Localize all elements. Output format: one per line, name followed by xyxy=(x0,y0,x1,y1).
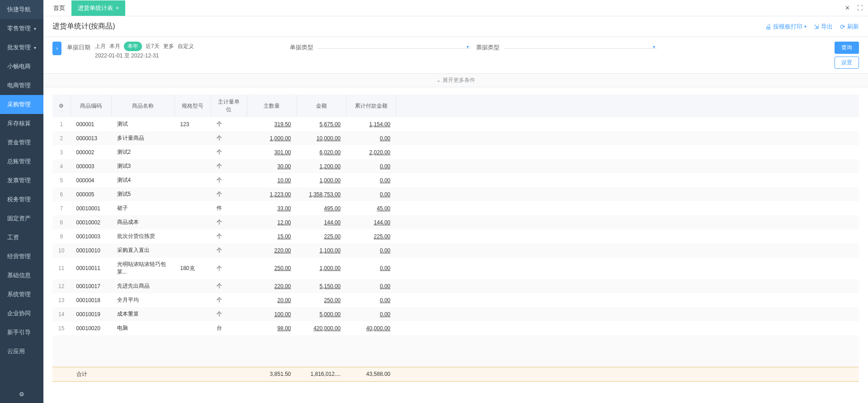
table-row[interactable]: 3000002测试2个301.006,020.002,020.00 xyxy=(52,145,859,159)
sidebar-item-16[interactable]: 企业协同 xyxy=(0,304,43,323)
sidebar-item-12[interactable]: 工资 xyxy=(0,228,43,247)
date-shortcut-2[interactable]: 本年 xyxy=(124,42,142,51)
table-row[interactable]: 4000003测试3个30.001,200.000.00 xyxy=(52,159,859,173)
col-header-qty[interactable]: 主数量 xyxy=(247,95,297,117)
date-shortcut-0[interactable]: 上月 xyxy=(95,43,106,50)
refresh-button[interactable]: ⟳ 刷新 xyxy=(840,23,859,31)
cell-qty[interactable]: 100.00 xyxy=(247,307,297,321)
cell-paid[interactable]: 0.00 xyxy=(346,173,396,187)
cell-amt[interactable]: 1,000.00 xyxy=(297,173,346,187)
table-row[interactable]: 6000005测试5个1,223.001,358,753.000.00 xyxy=(52,187,859,201)
cell-amt[interactable]: 495.00 xyxy=(297,201,346,215)
cell-amt[interactable]: 1,358,753.00 xyxy=(297,187,346,201)
sidebar-item-8[interactable]: 总账管理 xyxy=(0,152,43,171)
sidebar-item-18[interactable]: 云应用 xyxy=(0,342,43,361)
cell-paid[interactable]: 0.00 xyxy=(346,257,396,279)
cell-qty[interactable]: 319.50 xyxy=(247,117,297,131)
cell-amt[interactable]: 10,000.00 xyxy=(297,131,346,145)
bill-type-select[interactable]: ▾ xyxy=(504,45,657,49)
table-row[interactable]: 1500010020电脑台98.00420,000.0040,000.00 xyxy=(52,321,859,335)
sidebar-item-0[interactable]: 快捷导航 xyxy=(0,0,43,19)
export-button[interactable]: ⇲ 导出 xyxy=(814,23,833,31)
cell-paid[interactable]: 144.00 xyxy=(346,215,396,229)
cell-qty[interactable]: 220.00 xyxy=(247,279,297,293)
cell-paid[interactable]: 40,000.00 xyxy=(346,321,396,335)
date-shortcut-1[interactable]: 本月 xyxy=(109,43,120,50)
table-row[interactable]: 5000004测试4个10.001,000.000.00 xyxy=(52,173,859,187)
sidebar-item-14[interactable]: 基础信息 xyxy=(0,266,43,285)
table-row[interactable]: 800010002商品成本个12.00144.00144.00 xyxy=(52,215,859,229)
table-settings-button[interactable]: ⚙ xyxy=(52,95,71,117)
cell-qty[interactable]: 220.00 xyxy=(247,243,297,257)
date-shortcut-5[interactable]: 自定义 xyxy=(178,43,194,50)
table-row[interactable]: 1000010010采购直入直出个220.001,100.000.00 xyxy=(52,243,859,257)
expand-filters-button[interactable]: ⌄ 展开更多条件 xyxy=(43,74,868,87)
query-button[interactable]: 查询 xyxy=(835,42,859,54)
sidebar-item-17[interactable]: 新手引导 xyxy=(0,323,43,342)
cell-amt[interactable]: 1,200.00 xyxy=(297,159,346,173)
sidebar-item-4[interactable]: 电商管理 xyxy=(0,76,43,95)
cell-amt[interactable]: 1,100.00 xyxy=(297,243,346,257)
cell-amt[interactable]: 5,675.00 xyxy=(297,117,346,131)
table-row[interactable]: 1300010018全月平均个20.00250.000.00 xyxy=(52,293,859,307)
cell-paid[interactable]: 0.00 xyxy=(346,187,396,201)
cell-amt[interactable]: 420,000.00 xyxy=(297,321,346,335)
cell-paid[interactable]: 1,154.00 xyxy=(346,117,396,131)
cell-paid[interactable]: 0.00 xyxy=(346,279,396,293)
cell-paid[interactable]: 0.00 xyxy=(346,131,396,145)
cell-amt[interactable]: 5,000.00 xyxy=(297,307,346,321)
table-row[interactable]: 900010003批次分货位拣货个15.00225.00225.00 xyxy=(52,229,859,243)
table-row[interactable]: 1100010011光明咕浓咕浓轻巧包莱...180克个250.001,000.… xyxy=(52,257,859,279)
sidebar-settings-button[interactable]: ⚙ xyxy=(0,385,43,403)
cell-paid[interactable]: 0.00 xyxy=(346,159,396,173)
cell-amt[interactable]: 250.00 xyxy=(297,293,346,307)
cell-paid[interactable]: 225.00 xyxy=(346,229,396,243)
cell-amt[interactable]: 225.00 xyxy=(297,229,346,243)
cell-paid[interactable]: 0.00 xyxy=(346,243,396,257)
expand-sidebar-button[interactable]: › xyxy=(52,42,61,55)
col-header-unit[interactable]: 主计量单位 xyxy=(211,95,247,117)
sidebar-item-7[interactable]: 资金管理 xyxy=(0,133,43,152)
cell-qty[interactable]: 10.00 xyxy=(247,173,297,187)
sidebar-item-15[interactable]: 系统管理 xyxy=(0,285,43,304)
cell-qty[interactable]: 98.00 xyxy=(247,321,297,335)
col-header-name[interactable]: 商品名称 xyxy=(111,95,175,117)
sidebar-item-1[interactable]: 零售管理▾ xyxy=(0,19,43,38)
sidebar-item-5[interactable]: 采购管理 xyxy=(0,95,43,114)
col-header-amt[interactable]: 金额 xyxy=(297,95,346,117)
col-header-code[interactable]: 商品编码 xyxy=(71,95,111,117)
cell-qty[interactable]: 12.00 xyxy=(247,215,297,229)
sidebar-item-3[interactable]: 小畅电商 xyxy=(0,57,43,76)
cell-paid[interactable]: 0.00 xyxy=(346,293,396,307)
cell-paid[interactable]: 0.00 xyxy=(346,307,396,321)
tab-purchase-stats[interactable]: 进货单统计表 × xyxy=(71,0,125,16)
sidebar-item-10[interactable]: 税务管理 xyxy=(0,190,43,209)
doc-type-select[interactable]: ▾ xyxy=(318,45,471,49)
cell-paid[interactable]: 2,020.00 xyxy=(346,145,396,159)
table-row[interactable]: 700010001裙子件33.00495.0045.00 xyxy=(52,201,859,215)
table-row[interactable]: 1400010019成本重算个100.005,000.000.00 xyxy=(52,307,859,321)
sidebar-item-6[interactable]: 库存核算 xyxy=(0,114,43,133)
table-row[interactable]: 20000013多计量商品个1,000.0010,000.000.00 xyxy=(52,131,859,145)
cell-qty[interactable]: 30.00 xyxy=(247,159,297,173)
print-button[interactable]: 🖨 按模板打印 ▾ xyxy=(765,23,807,31)
sidebar-item-11[interactable]: 固定资产 xyxy=(0,209,43,228)
table-row[interactable]: 1200010017先进先出商品个220.005,150.000.00 xyxy=(52,279,859,293)
cell-qty[interactable]: 1,000.00 xyxy=(247,131,297,145)
date-shortcut-3[interactable]: 近7天 xyxy=(146,43,160,50)
cell-qty[interactable]: 1,223.00 xyxy=(247,187,297,201)
close-icon[interactable]: × xyxy=(116,5,119,11)
col-header-paid[interactable]: 累计付款金额 xyxy=(346,95,396,117)
cell-paid[interactable]: 45.00 xyxy=(346,201,396,215)
fullscreen-button[interactable]: ⛶ xyxy=(855,4,864,13)
tab-home[interactable]: 首页 xyxy=(47,0,71,16)
cell-amt[interactable]: 144.00 xyxy=(297,215,346,229)
cell-amt[interactable]: 6,020.00 xyxy=(297,145,346,159)
settings-button[interactable]: 设置 xyxy=(835,57,859,69)
cell-amt[interactable]: 1,000.00 xyxy=(297,257,346,279)
close-tabs-button[interactable]: ✕ xyxy=(843,4,852,13)
cell-qty[interactable]: 20.00 xyxy=(247,293,297,307)
table-row[interactable]: 1000001测试123个319.505,675.001,154.00 xyxy=(52,117,859,131)
cell-amt[interactable]: 5,150.00 xyxy=(297,279,346,293)
sidebar-item-13[interactable]: 经营管理 xyxy=(0,247,43,266)
